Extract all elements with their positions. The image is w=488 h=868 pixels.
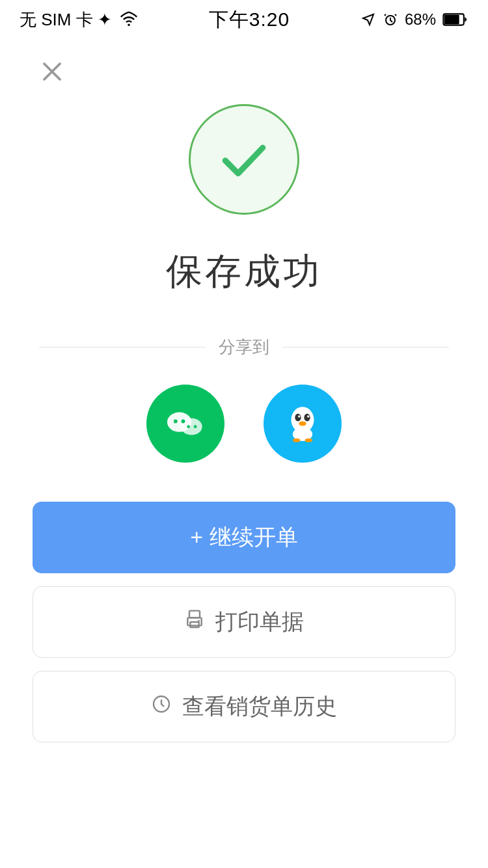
location-icon xyxy=(360,12,376,27)
svg-point-19 xyxy=(293,439,301,442)
svg-point-9 xyxy=(182,420,185,424)
status-right: 68% xyxy=(360,10,468,29)
svg-point-10 xyxy=(187,425,190,428)
history-button[interactable]: 查看销货单历史 xyxy=(33,671,455,742)
wifi-icon xyxy=(120,10,138,29)
divider-line-left xyxy=(39,347,206,347)
svg-point-20 xyxy=(305,439,313,442)
svg-point-11 xyxy=(194,425,197,428)
svg-point-8 xyxy=(174,420,178,424)
action-buttons: + 继续开单 打印单据 查看销货单历史 xyxy=(0,502,488,742)
divider-line-right xyxy=(282,347,449,347)
battery-icon xyxy=(442,12,468,27)
history-icon xyxy=(151,694,172,720)
success-title: 保存成功 xyxy=(166,247,322,297)
print-icon xyxy=(184,609,205,635)
svg-point-24 xyxy=(198,620,200,622)
svg-point-14 xyxy=(304,414,310,422)
sim-status: 无 SIM 卡 ✦ xyxy=(20,8,112,31)
battery-percentage: 68% xyxy=(405,10,436,29)
print-label: 打印单据 xyxy=(215,607,304,637)
status-bar: 无 SIM 卡 ✦ 下午3:20 68% xyxy=(0,0,488,39)
svg-point-16 xyxy=(307,415,310,418)
history-label: 查看销货单历史 xyxy=(182,692,337,722)
svg-rect-23 xyxy=(190,622,198,627)
qq-share-button[interactable] xyxy=(264,385,342,463)
continue-order-button[interactable]: + 继续开单 xyxy=(33,502,455,573)
status-time: 下午3:20 xyxy=(209,7,290,33)
success-circle xyxy=(189,104,299,215)
wechat-share-button[interactable] xyxy=(146,385,224,463)
svg-point-13 xyxy=(295,414,301,422)
close-button[interactable] xyxy=(33,52,72,91)
share-divider: 分享到 xyxy=(0,336,488,359)
status-left: 无 SIM 卡 ✦ xyxy=(20,8,138,31)
share-label: 分享到 xyxy=(219,336,269,359)
svg-point-17 xyxy=(299,422,306,426)
svg-point-0 xyxy=(128,23,130,26)
share-section: 分享到 xyxy=(0,336,488,463)
print-button[interactable]: 打印单据 xyxy=(33,586,455,658)
svg-point-15 xyxy=(298,415,301,418)
share-icons xyxy=(146,385,342,463)
main-content: 保存成功 分享到 xyxy=(0,39,488,742)
alarm-icon xyxy=(383,12,398,27)
svg-rect-21 xyxy=(189,611,200,618)
svg-rect-3 xyxy=(444,15,459,24)
